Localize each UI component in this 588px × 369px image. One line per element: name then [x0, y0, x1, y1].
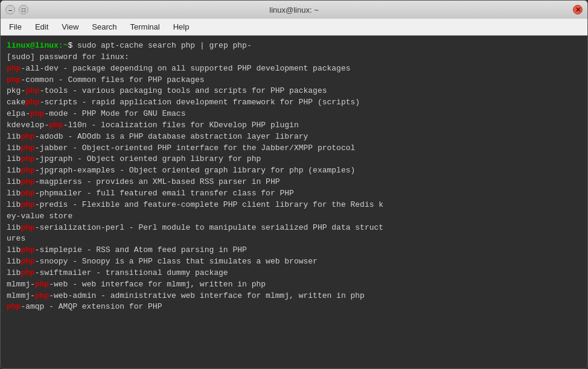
terminal-window: – □ linux@linux: ~ ✕ File Edit View Sear…: [0, 0, 588, 369]
menu-view[interactable]: View: [56, 20, 85, 34]
terminal-output-line: elpa-php-mode - PHP Mode for GNU Emacs: [7, 109, 581, 120]
terminal-output-line: libphp-simplepie - RSS and Atom feed par…: [7, 245, 581, 256]
menu-edit[interactable]: Edit: [29, 20, 54, 34]
terminal-output-line: kdevelop-php-l10n - localization files f…: [7, 120, 581, 131]
window-title: linux@linux: ~: [269, 5, 319, 14]
terminal-output-line: mlmmj-php-web-admin - administrative web…: [7, 291, 581, 302]
terminal-output-line: pkg-php-tools - various packaging tools …: [7, 86, 581, 97]
window-controls: – □: [5, 5, 28, 14]
minimize-button[interactable]: –: [5, 5, 15, 14]
menu-file[interactable]: File: [3, 20, 28, 34]
terminal-output-line: libphp-predis - Flexible and feature-com…: [7, 200, 581, 222]
title-bar: – □ linux@linux: ~ ✕: [1, 1, 587, 19]
terminal-output-line: libphp-jpgraph - Object oriented graph l…: [7, 154, 581, 165]
menu-terminal[interactable]: Terminal: [124, 20, 166, 34]
terminal-output-line: libphp-adodb - ADOdb is a PHP database a…: [7, 131, 581, 143]
terminal-output-line: libphp-phpmailer - full featured email t…: [7, 188, 581, 200]
terminal-output-line: php-amqp - AMQP extension for PHP: [7, 301, 581, 313]
terminal-output-line: libphp-swiftmailer - transitional dummy …: [7, 268, 581, 279]
close-button[interactable]: ✕: [573, 5, 583, 14]
terminal-output-line: libphp-serialization-perl - Perl module …: [7, 222, 581, 245]
sudo-prompt-line: [sudo] password for linux:: [7, 52, 581, 63]
terminal-output-line: mlmmj-php-web - web interface for mlmmj,…: [7, 279, 581, 291]
close-control: ✕: [573, 5, 583, 14]
menu-search[interactable]: Search: [86, 20, 123, 34]
terminal-output-line: php-common - Common files for PHP packag…: [7, 75, 581, 86]
terminal-output-line: libphp-jpgraph-examples - Object oriente…: [7, 165, 581, 177]
terminal-output-line: libphp-snoopy - Snoopy is a PHP class th…: [7, 256, 581, 268]
terminal-output-line: cakephp-scripts - rapid application deve…: [7, 97, 581, 109]
menu-bar: File Edit View Search Terminal Help: [1, 19, 587, 36]
terminal-output-line: php-all-dev - package depending on all s…: [7, 63, 581, 75]
terminal-output-line: libphp-jabber - Object-oriented PHP inte…: [7, 143, 581, 154]
maximize-button[interactable]: □: [19, 5, 28, 14]
terminal-output-line: libphp-magpierss - provides an XML-based…: [7, 177, 581, 188]
command-line: linux@linux:~$ sudo apt-cache search php…: [7, 40, 581, 52]
terminal-body[interactable]: linux@linux:~$ sudo apt-cache search php…: [1, 36, 587, 368]
menu-help[interactable]: Help: [167, 20, 196, 34]
